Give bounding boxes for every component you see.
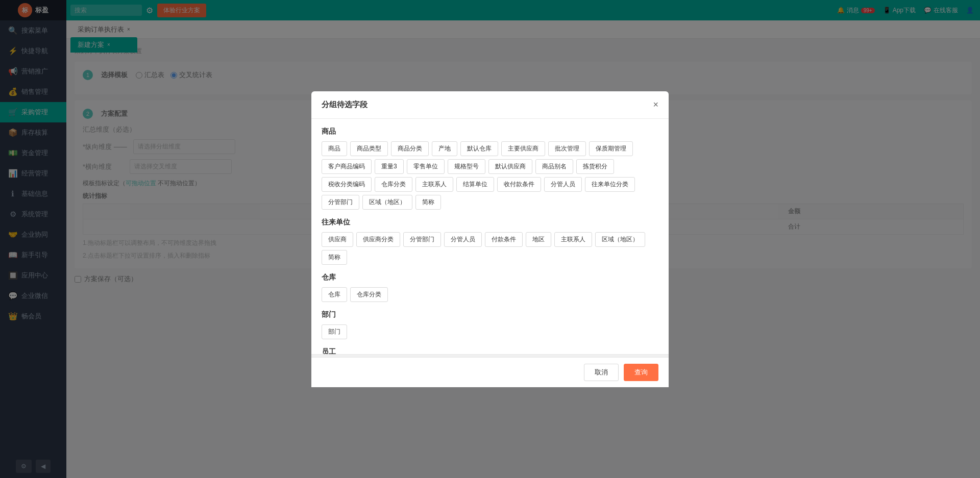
field-tag-0-3[interactable]: 产地 bbox=[432, 141, 457, 156]
modal-header: 分组待选字段 × bbox=[311, 91, 669, 119]
field-tag-0-9[interactable]: 重量3 bbox=[375, 159, 404, 174]
field-tag-1-0[interactable]: 供应商 bbox=[322, 232, 353, 247]
field-tag-0-22[interactable]: 分管部门 bbox=[322, 195, 359, 210]
field-tag-0-10[interactable]: 零售单位 bbox=[407, 159, 445, 174]
field-tag-0-0[interactable]: 商品 bbox=[322, 141, 347, 156]
field-group-title-3: 部门 bbox=[322, 310, 658, 319]
field-tag-0-11[interactable]: 规格型号 bbox=[448, 159, 485, 174]
field-tag-0-4[interactable]: 默认仓库 bbox=[460, 141, 498, 156]
field-tag-0-23[interactable]: 区域（地区） bbox=[362, 195, 412, 210]
field-group-0: 商品商品商品类型商品分类产地默认仓库主要供应商批次管理保质期管理客户商品编码重量… bbox=[322, 127, 658, 210]
field-tag-3-0[interactable]: 部门 bbox=[322, 324, 347, 339]
field-tag-0-5[interactable]: 主要供应商 bbox=[501, 141, 545, 156]
modal-footer: 取消 查询 bbox=[311, 357, 669, 387]
field-tag-1-3[interactable]: 分管人员 bbox=[444, 232, 482, 247]
modal-confirm-button[interactable]: 查询 bbox=[624, 364, 658, 381]
field-group-2: 仓库仓库仓库分类 bbox=[322, 273, 658, 302]
modal-sections: 商品商品商品类型商品分类产地默认仓库主要供应商批次管理保质期管理客户商品编码重量… bbox=[322, 127, 658, 354]
field-group-1: 往来单位供应商供应商分类分管部门分管人员付款条件地区主联系人区域（地区）简称 bbox=[322, 218, 658, 265]
modal-close-button[interactable]: × bbox=[653, 99, 658, 110]
field-tag-1-5[interactable]: 地区 bbox=[526, 232, 551, 247]
field-group-3: 部门部门 bbox=[322, 310, 658, 339]
field-tag-1-4[interactable]: 付款条件 bbox=[485, 232, 523, 247]
field-tag-0-14[interactable]: 拣货积分 bbox=[576, 159, 614, 174]
modal-overlay: 分组待选字段 × 商品商品商品类型商品分类产地默认仓库主要供应商批次管理保质期管… bbox=[0, 0, 980, 478]
field-group-title-2: 仓库 bbox=[322, 273, 658, 282]
field-group-title-4: 员工 bbox=[322, 347, 658, 354]
field-tag-0-24[interactable]: 简称 bbox=[415, 195, 441, 210]
field-tag-0-7[interactable]: 保质期管理 bbox=[589, 141, 633, 156]
field-tag-0-1[interactable]: 商品类型 bbox=[350, 141, 388, 156]
field-tags-0: 商品商品类型商品分类产地默认仓库主要供应商批次管理保质期管理客户商品编码重量3零… bbox=[322, 141, 658, 210]
field-tag-2-1[interactable]: 仓库分类 bbox=[350, 287, 388, 302]
field-group-title-1: 往来单位 bbox=[322, 218, 658, 227]
field-tag-1-7[interactable]: 区域（地区） bbox=[595, 232, 645, 247]
modal-title: 分组待选字段 bbox=[322, 100, 368, 110]
field-tag-2-0[interactable]: 仓库 bbox=[322, 287, 347, 302]
field-tag-1-8[interactable]: 简称 bbox=[322, 250, 347, 265]
field-tag-1-1[interactable]: 供应商分类 bbox=[356, 232, 400, 247]
field-tag-0-16[interactable]: 仓库分类 bbox=[375, 177, 412, 192]
field-group-4: 员工业务员 bbox=[322, 347, 658, 354]
field-tag-0-15[interactable]: 税收分类编码 bbox=[322, 177, 372, 192]
field-group-title-0: 商品 bbox=[322, 127, 658, 136]
field-tag-0-19[interactable]: 收付款条件 bbox=[497, 177, 541, 192]
field-tag-0-6[interactable]: 批次管理 bbox=[548, 141, 586, 156]
field-tag-0-8[interactable]: 客户商品编码 bbox=[322, 159, 372, 174]
field-tag-0-20[interactable]: 分管人员 bbox=[544, 177, 582, 192]
modal-cancel-button[interactable]: 取消 bbox=[584, 364, 619, 381]
field-tag-1-2[interactable]: 分管部门 bbox=[403, 232, 441, 247]
field-tags-2: 仓库仓库分类 bbox=[322, 287, 658, 302]
field-tag-0-2[interactable]: 商品分类 bbox=[391, 141, 429, 156]
field-tags-1: 供应商供应商分类分管部门分管人员付款条件地区主联系人区域（地区）简称 bbox=[322, 232, 658, 265]
modal-body[interactable]: 商品商品商品类型商品分类产地默认仓库主要供应商批次管理保质期管理客户商品编码重量… bbox=[311, 119, 669, 354]
field-tag-1-6[interactable]: 主联系人 bbox=[554, 232, 592, 247]
field-tag-0-12[interactable]: 默认供应商 bbox=[488, 159, 532, 174]
field-tags-3: 部门 bbox=[322, 324, 658, 339]
field-tag-0-17[interactable]: 主联系人 bbox=[415, 177, 453, 192]
field-tag-0-13[interactable]: 商品别名 bbox=[535, 159, 573, 174]
field-tag-0-18[interactable]: 结算单位 bbox=[456, 177, 494, 192]
field-tag-0-21[interactable]: 往来单位分类 bbox=[585, 177, 635, 192]
field-select-modal: 分组待选字段 × 商品商品商品类型商品分类产地默认仓库主要供应商批次管理保质期管… bbox=[311, 91, 669, 387]
